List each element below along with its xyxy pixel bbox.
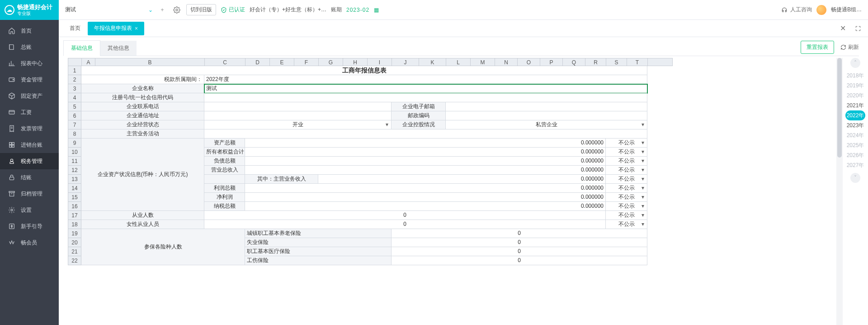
metric-disclosure-7[interactable]: 不公示 [606,202,647,211]
row-header[interactable]: 18 [68,220,81,229]
col-header-A[interactable]: A [82,58,95,66]
tab-home[interactable]: 首页 [63,22,87,35]
account-selector[interactable]: 测试 ⌄ [65,6,153,14]
add-account-icon[interactable]: ＋ [157,5,167,15]
sidebar-item-11[interactable]: 设置 [0,202,59,218]
year-option[interactable]: 2026年 [845,150,865,160]
row-header[interactable]: 17 [68,211,81,220]
col-header-P[interactable]: P [540,58,563,66]
metric-disclosure-2[interactable]: 不公示 [606,157,647,166]
period-value[interactable]: 2023-02 [346,7,369,13]
row-header[interactable]: 1 [68,66,81,75]
sidebar-item-4[interactable]: 固定资产 [0,88,59,104]
sidebar-item-0[interactable]: 首页 [0,23,59,39]
row-header[interactable]: 14 [68,184,81,193]
sidebar-item-1[interactable]: 总账 [0,39,59,55]
row-header[interactable]: 10 [68,148,81,157]
settings-gear-icon[interactable] [172,5,182,15]
period-calendar-icon[interactable]: ▦ [374,7,379,13]
col-header-B[interactable]: B [95,58,205,66]
row-header[interactable]: 5 [68,102,81,111]
metric-value-2[interactable]: 0.000000 [245,157,606,166]
col-header-J[interactable]: J [392,58,419,66]
phone-input[interactable] [204,102,392,111]
holding-select[interactable]: 私营企业 [446,120,647,129]
sidebar-item-6[interactable]: 发票管理 [0,120,59,137]
row-header[interactable]: 8 [68,129,81,139]
row-header[interactable]: 9 [68,139,81,148]
col-header-L[interactable]: L [446,58,471,66]
refresh-button[interactable]: 刷新 [840,43,859,51]
sidebar-item-3[interactable]: 资金管理 [0,72,59,88]
row-header[interactable]: 4 [68,93,81,102]
row-header[interactable]: 12 [68,166,81,175]
year-option[interactable]: 2024年 [845,130,865,140]
col-header-S[interactable]: S [606,58,627,66]
postcode-input[interactable] [446,111,647,120]
col-header-O[interactable]: O [518,58,540,66]
metric-value-6[interactable]: 0.000000 [245,193,606,202]
vertical-scrollbar[interactable] [836,58,843,325]
row-header[interactable]: 20 [68,238,81,247]
col-header-F[interactable]: F [294,58,319,66]
fullscreen-icon[interactable] [853,23,863,34]
sidebar-item-13[interactable]: 畅会员 [0,234,59,251]
col-header-C[interactable]: C [205,58,245,66]
metric-value-4[interactable]: 0.000000 [318,175,606,184]
email-input[interactable] [446,102,647,111]
mainbiz-input[interactable] [204,129,647,139]
col-header-N[interactable]: N [495,58,518,66]
metric-disclosure-1[interactable]: 不公示 [606,148,647,157]
row-header[interactable]: 19 [68,229,81,238]
sidebar-item-5[interactable]: 工资 [0,104,59,120]
sidebar-item-8[interactable]: 税务管理 [0,153,59,169]
scrollbar-thumb[interactable] [837,58,842,158]
sidebar-item-9[interactable]: 结账 [0,169,59,186]
col-header-R[interactable]: R [585,58,606,66]
year-option[interactable]: 2021年 [845,100,865,110]
subtab-basic-info[interactable]: 基础信息 [63,40,100,56]
sidebar-item-2[interactable]: 报表中心 [0,55,59,72]
year-option[interactable]: 2018年 [845,71,865,81]
year-option[interactable]: 2019年 [845,81,865,91]
col-header-H[interactable]: H [343,58,368,66]
col-header-T[interactable]: T [627,58,648,66]
employees-disclosure[interactable]: 不公示 [606,211,647,220]
metric-value-0[interactable]: 0.000000 [245,139,606,148]
select-all-corner[interactable] [68,58,82,66]
year-option[interactable]: 2020年 [845,91,865,100]
status-select[interactable]: 开业 [204,120,392,129]
subtab-other-info[interactable]: 其他信息 [100,41,137,56]
human-consult-button[interactable]: 人工咨询 [781,6,812,14]
insured-value-0[interactable]: 0 [392,229,647,238]
col-header-I[interactable]: I [368,58,392,66]
metric-disclosure-0[interactable]: 不公示 [606,139,647,148]
reg-no-input[interactable] [204,93,647,102]
brand-logo[interactable]: ☁ 畅捷通好会计 专业版 [0,0,59,20]
close-icon[interactable]: × [135,25,138,32]
col-header-D[interactable]: D [245,58,270,66]
row-header[interactable]: 7 [68,120,81,129]
year-next-icon[interactable]: ˅ [850,173,860,183]
year-option[interactable]: 2022年 [845,110,865,120]
company-name-input[interactable]: 测试 [204,84,647,93]
year-option[interactable]: 2023年 [845,120,865,130]
col-header-M[interactable]: M [471,58,495,66]
row-header[interactable]: 22 [68,256,81,265]
metric-disclosure-4[interactable]: 不公示 [606,175,647,184]
col-header-K[interactable]: K [419,58,446,66]
employees-value[interactable]: 0 [204,211,606,220]
sidebar-item-12[interactable]: 新手引导 [0,218,59,234]
sidebar-item-7[interactable]: 进销台账 [0,137,59,153]
reset-report-button[interactable]: 重置报表 [801,41,834,54]
row-header[interactable]: 16 [68,202,81,211]
metric-disclosure-5[interactable]: 不公示 [606,184,647,193]
sidebar-item-10[interactable]: 归档管理 [0,186,59,202]
address-input[interactable] [204,111,392,120]
col-header-G[interactable]: G [319,58,343,66]
insured-value-2[interactable]: 0 [392,247,647,256]
metric-disclosure-6[interactable]: 不公示 [606,193,647,202]
year-option[interactable]: 2027年 [845,160,865,170]
row-header[interactable]: 13 [68,175,81,184]
year-option[interactable]: 2025年 [845,140,865,150]
